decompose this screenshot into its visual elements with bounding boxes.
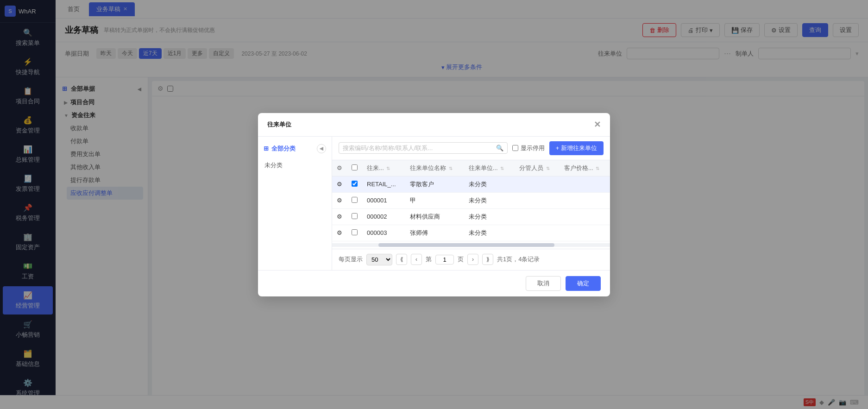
dialog-pagination: 每页显示 50 100 ⟪ ‹ 第 页 › ⟫ 共1页，4条记录 bbox=[332, 249, 610, 270]
th-price: 客户价格... ⇅ bbox=[560, 160, 610, 176]
row-manager-1 bbox=[515, 192, 560, 208]
dialog-left-panel: ⊞ 全部分类 ◀ 未分类 bbox=[258, 137, 332, 270]
row-category-0: 未分类 bbox=[464, 176, 515, 192]
row-price-3 bbox=[560, 225, 610, 241]
row-price-1 bbox=[560, 192, 610, 208]
row-checkbox-2[interactable] bbox=[352, 213, 358, 219]
cancel-button[interactable]: 取消 bbox=[526, 276, 561, 291]
show-disabled-label[interactable]: 显示停用 bbox=[512, 144, 545, 152]
dialog-collapse-btn[interactable]: ◀ bbox=[317, 144, 326, 153]
total-label: 共1页，4条记录 bbox=[497, 255, 540, 264]
dialog-category-header: ⊞ 全部分类 ◀ bbox=[258, 141, 332, 158]
row-price-0 bbox=[560, 176, 610, 192]
th-checkbox[interactable] bbox=[352, 164, 358, 170]
table-body: ⚙ RETAIL_... 零散客户 未分类 ⚙ 000001 甲 未分类 ⚙ 0… bbox=[332, 176, 610, 241]
row-settings-1[interactable]: ⚙ bbox=[332, 192, 347, 208]
row-category-1: 未分类 bbox=[464, 192, 515, 208]
page-input[interactable] bbox=[435, 255, 454, 264]
row-code-0: RETAIL_... bbox=[362, 176, 405, 192]
category-unclassified[interactable]: 未分类 bbox=[258, 158, 332, 173]
dialog-right-panel: 🔍 显示停用 + 新增往来单位 ⚙ bbox=[332, 137, 610, 270]
row-checkbox-0[interactable] bbox=[352, 181, 358, 187]
table-header-row: ⚙ 往来... ⇅ 往来单位名称 ⇅ 往来单位... ⇅ 分管人员 ⇅ 客户价格… bbox=[332, 160, 610, 176]
dialog-toolbar: 🔍 显示停用 + 新增往来单位 bbox=[332, 137, 610, 160]
row-manager-2 bbox=[515, 208, 560, 225]
row-category-2: 未分类 bbox=[464, 208, 515, 225]
table-head: ⚙ 往来... ⇅ 往来单位名称 ⇅ 往来单位... ⇅ 分管人员 ⇅ 客户价格… bbox=[332, 160, 610, 176]
row-name-3: 张师傅 bbox=[405, 225, 464, 241]
search-wrap: 🔍 bbox=[339, 142, 508, 154]
th-settings[interactable]: ⚙ bbox=[332, 160, 347, 176]
partner-table: ⚙ 往来... ⇅ 往来单位名称 ⇅ 往来单位... ⇅ 分管人员 ⇅ 客户价格… bbox=[332, 160, 610, 241]
dialog-body: ⊞ 全部分类 ◀ 未分类 🔍 显示停 bbox=[258, 137, 610, 270]
row-settings-3[interactable]: ⚙ bbox=[332, 225, 347, 241]
row-price-2 bbox=[560, 208, 610, 225]
dialog-title: 往来单位 bbox=[267, 120, 291, 129]
search-icon: 🔍 bbox=[496, 145, 503, 151]
all-category-label: 全部分类 bbox=[271, 145, 296, 153]
row-check-0[interactable] bbox=[347, 176, 362, 192]
row-checkbox-1[interactable] bbox=[352, 197, 358, 203]
search-input[interactable] bbox=[343, 145, 493, 151]
table-row[interactable]: ⚙ RETAIL_... 零散客户 未分类 bbox=[332, 176, 610, 192]
per-page-label: 每页显示 bbox=[339, 255, 363, 264]
page-text: 第 bbox=[426, 255, 432, 264]
page-label: 页 bbox=[458, 255, 464, 264]
th-name: 往来单位名称 ⇅ bbox=[405, 160, 464, 176]
row-name-2: 材料供应商 bbox=[405, 208, 464, 225]
row-settings-0[interactable]: ⚙ bbox=[332, 176, 347, 192]
dialog-overlay: 往来单位 ✕ ⊞ 全部分类 ◀ 未分类 bbox=[0, 0, 868, 409]
row-manager-3 bbox=[515, 225, 560, 241]
table-row[interactable]: ⚙ 000003 张师傅 未分类 bbox=[332, 225, 610, 241]
row-name-0: 零散客户 bbox=[405, 176, 464, 192]
dialog-footer: 取消 确定 bbox=[258, 270, 610, 296]
row-checkbox-3[interactable] bbox=[352, 229, 358, 235]
th-code: 往来... ⇅ bbox=[362, 160, 405, 176]
dialog-scrollbar-track[interactable] bbox=[332, 243, 610, 247]
page-prev-btn[interactable]: ‹ bbox=[411, 254, 422, 265]
row-manager-0 bbox=[515, 176, 560, 192]
add-partner-button[interactable]: + 新增往来单位 bbox=[549, 141, 604, 155]
th-manager: 分管人员 ⇅ bbox=[515, 160, 560, 176]
row-code-1: 000001 bbox=[362, 192, 405, 208]
confirm-button[interactable]: 确定 bbox=[566, 276, 601, 291]
dialog-close-button[interactable]: ✕ bbox=[594, 120, 601, 130]
table-row[interactable]: ⚙ 000001 甲 未分类 bbox=[332, 192, 610, 208]
row-category-3: 未分类 bbox=[464, 225, 515, 241]
dialog-scrollbar-thumb[interactable] bbox=[378, 243, 554, 247]
per-page-select[interactable]: 50 100 bbox=[366, 254, 392, 265]
row-check-3[interactable] bbox=[347, 225, 362, 241]
row-code-3: 000003 bbox=[362, 225, 405, 241]
page-next-btn[interactable]: › bbox=[467, 254, 478, 265]
row-settings-2[interactable]: ⚙ bbox=[332, 208, 347, 225]
show-disabled-checkbox[interactable] bbox=[512, 145, 518, 151]
dialog-table-scroll[interactable]: ⚙ 往来... ⇅ 往来单位名称 ⇅ 往来单位... ⇅ 分管人员 ⇅ 客户价格… bbox=[332, 160, 610, 241]
page-last-btn[interactable]: ⟫ bbox=[482, 254, 493, 265]
row-check-1[interactable] bbox=[347, 192, 362, 208]
table-row[interactable]: ⚙ 000002 材料供应商 未分类 bbox=[332, 208, 610, 225]
row-code-2: 000002 bbox=[362, 208, 405, 225]
page-first-btn[interactable]: ⟪ bbox=[396, 254, 407, 265]
th-category: 往来单位... ⇅ bbox=[464, 160, 515, 176]
row-check-2[interactable] bbox=[347, 208, 362, 225]
partner-dialog: 往来单位 ✕ ⊞ 全部分类 ◀ 未分类 bbox=[258, 113, 610, 296]
th-check[interactable] bbox=[347, 160, 362, 176]
row-name-1: 甲 bbox=[405, 192, 464, 208]
dialog-header: 往来单位 ✕ bbox=[258, 113, 610, 137]
